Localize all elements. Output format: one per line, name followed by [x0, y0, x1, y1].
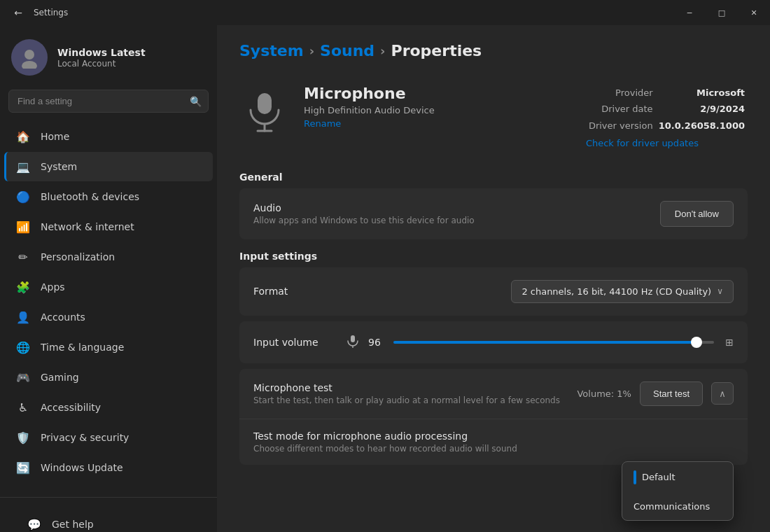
apps-icon: 🧩 [15, 279, 31, 295]
driver-version-value: 10.0.26058.1000 [656, 118, 748, 134]
input-settings-section-label: Input settings [217, 251, 770, 267]
mic-test-controls: Volume: 1% Start test ∧ [577, 382, 734, 406]
svg-rect-5 [351, 335, 355, 342]
audio-sub: Allow apps and Windows to use this devic… [253, 216, 475, 225]
sidebar-item-label-home: Home [41, 131, 69, 142]
sidebar-item-label-accessibility: Accessibility [41, 402, 101, 413]
breadcrumb-sep-2: › [380, 43, 385, 58]
sidebar-item-update[interactable]: 🔄 Windows Update [4, 453, 213, 482]
input-volume-card: Input volume 96 ⊞ [239, 321, 748, 363]
sidebar-item-accessibility[interactable]: ♿ Accessibility [4, 393, 213, 422]
close-button[interactable]: ✕ [738, 0, 770, 25]
network-icon: 📶 [15, 219, 31, 234]
breadcrumb-system[interactable]: System [239, 42, 304, 59]
home-icon: 🏠 [15, 129, 31, 144]
test-mode-info: Test mode for microphone audio processin… [253, 430, 734, 454]
maximize-icon: □ [718, 8, 725, 18]
driver-date-row: Driver date 2/9/2024 [586, 101, 748, 117]
breadcrumb-sound[interactable]: Sound [320, 42, 374, 59]
chevron-down-icon: ∨ [717, 286, 723, 296]
driver-update-link[interactable]: Check for driver updates [586, 135, 748, 151]
breadcrumb-sep-1: › [309, 43, 314, 58]
format-dropdown[interactable]: 2 channels, 16 bit, 44100 Hz (CD Quality… [511, 280, 734, 303]
sidebar-item-system[interactable]: 💻 System [4, 152, 213, 181]
device-meta: Provider Microsoft Driver date 2/9/2024 … [586, 85, 748, 152]
mic-test-sub: Start the test, then talk or play audio … [253, 396, 577, 405]
mic-test-row: Microphone test Start the test, then tal… [239, 369, 748, 419]
mic-test-label: Microphone test [253, 382, 577, 393]
system-icon: 💻 [15, 159, 31, 174]
device-name: Microphone [304, 85, 435, 102]
breadcrumb: System › Sound › Properties [217, 25, 770, 74]
mode-communications-label: Communications [634, 501, 710, 512]
sidebar-item-accounts[interactable]: 👤 Accounts [4, 302, 213, 332]
driver-info-table: Provider Microsoft Driver date 2/9/2024 … [586, 85, 748, 134]
svg-point-0 [24, 50, 34, 59]
audio-info: Audio Allow apps and Windows to use this… [253, 202, 475, 225]
privacy-icon: 🛡️ [15, 430, 31, 445]
nav-list: 🏠 Home 💻 System 🔵 Bluetooth & devices 📶 … [0, 121, 217, 483]
chevron-up-icon: ∧ [719, 388, 726, 399]
titlebar-controls: ─ □ ✕ [673, 0, 770, 25]
mode-option-default[interactable]: Default [622, 462, 733, 493]
sidebar-item-time[interactable]: 🌐 Time & language [4, 332, 213, 362]
volume-control: 96 ⊞ [337, 321, 734, 363]
sidebar-item-personalization[interactable]: ✏️ Personalization [4, 242, 213, 272]
sidebar-item-label-bluetooth: Bluetooth & devices [41, 191, 139, 202]
search-icon: 🔍 [190, 96, 202, 107]
get-help-item[interactable]: 💬 Get help [15, 510, 202, 532]
sidebar-item-label-gaming: Gaming [41, 372, 79, 383]
sidebar-item-label-apps: Apps [41, 281, 65, 293]
input-volume-row: Input volume 96 ⊞ [239, 321, 748, 363]
sidebar-item-label-system: System [41, 161, 77, 172]
back-button[interactable]: ← [8, 3, 28, 22]
minimize-button[interactable]: ─ [673, 0, 706, 25]
format-card: Format 2 channels, 16 bit, 44100 Hz (CD … [239, 267, 748, 316]
test-mode-sub: Choose different modes to hear how recor… [253, 444, 734, 454]
general-card: Audio Allow apps and Windows to use this… [239, 188, 748, 239]
test-mode-row: Test mode for microphone audio processin… [239, 419, 748, 465]
general-section-label: General [217, 172, 770, 188]
dont-allow-button[interactable]: Don't allow [660, 201, 734, 227]
mode-option-communications[interactable]: Communications [622, 493, 733, 520]
breadcrumb-current: Properties [391, 42, 482, 59]
sidebar-item-privacy[interactable]: 🛡️ Privacy & security [4, 423, 213, 452]
sidebar-item-apps[interactable]: 🧩 Apps [4, 272, 213, 302]
help-icon: 💬 [27, 517, 42, 532]
sidebar-item-home[interactable]: 🏠 Home [4, 122, 213, 151]
user-profile[interactable]: Windows Latest Local Account [0, 25, 217, 87]
volume-number: 96 [368, 337, 385, 348]
device-header: Microphone High Definition Audio Device … [217, 74, 770, 169]
provider-row: Provider Microsoft [586, 85, 748, 101]
accessibility-icon: ♿ [15, 400, 31, 415]
mode-dropdown-popup: Default Communications [622, 461, 734, 521]
user-name: Windows Latest [57, 46, 146, 59]
sidebar-item-network[interactable]: 📶 Network & internet [4, 212, 213, 241]
sidebar-item-gaming[interactable]: 🎮 Gaming [4, 363, 213, 392]
titlebar-title: Settings [34, 8, 68, 18]
format-label: Format [253, 286, 288, 297]
sidebar-item-label-time: Time & language [41, 342, 124, 353]
search-input[interactable] [8, 90, 209, 113]
rename-link[interactable]: Rename [304, 118, 341, 129]
volume-mic-icon [346, 334, 360, 351]
driver-date-label: Driver date [586, 101, 656, 117]
microphone-icon [239, 85, 290, 135]
collapse-button[interactable]: ∧ [711, 382, 734, 405]
mic-test-card: Microphone test Start the test, then tal… [239, 369, 748, 465]
minimize-icon: ─ [687, 8, 692, 18]
sidebar-item-bluetooth[interactable]: 🔵 Bluetooth & devices [4, 182, 213, 211]
sidebar-item-label-privacy: Privacy & security [41, 432, 129, 443]
mode-option-indicator [634, 470, 636, 484]
format-value: 2 channels, 16 bit, 44100 Hz (CD Quality… [522, 286, 711, 297]
volume-slider[interactable] [393, 341, 714, 344]
personalization-icon: ✏️ [15, 249, 31, 265]
volume-slider-wrap [393, 341, 714, 344]
sidebar-item-label-update: Windows Update [41, 462, 123, 473]
device-sub: High Definition Audio Device [304, 105, 435, 115]
start-test-button[interactable]: Start test [640, 382, 703, 406]
input-volume-label: Input volume [253, 337, 337, 348]
maximize-button[interactable]: □ [706, 0, 738, 25]
bluetooth-icon: 🔵 [15, 189, 31, 204]
svg-rect-2 [258, 93, 272, 114]
